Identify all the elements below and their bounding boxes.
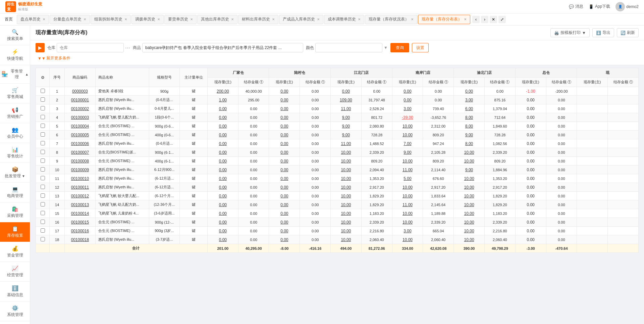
tab-expand-btn[interactable]: ⤢ <box>498 16 506 23</box>
row-checkbox[interactable] <box>36 148 50 157</box>
row-checkbox[interactable] <box>36 218 50 227</box>
sidebar-item-enterprise-collab[interactable]: 🤝 企业协同 <box>0 321 30 324</box>
close-icon[interactable]: ✕ <box>84 17 86 21</box>
refresh-btn[interactable]: 🔄 刷新 <box>617 28 639 37</box>
row-t-amt: 0.00 <box>546 131 577 139</box>
row-checkbox[interactable] <box>36 131 50 139</box>
tab-stock-status[interactable]: 现存量（库存状况表） ✕ <box>365 15 417 24</box>
row-yb-stock: 8.00 <box>454 113 485 122</box>
close-icon[interactable]: ✕ <box>358 17 361 21</box>
row-t-stock: 0.00 <box>515 166 546 174</box>
sidebar-item-retail-mall[interactable]: 🛒 零售商城 <box>0 84 30 103</box>
warehouse-label: 仓库 <box>47 45 55 51</box>
settings-gear-icon[interactable]: ⚙ <box>41 75 45 80</box>
tab-product-in[interactable]: 产成品入库单历史 ✕ <box>279 15 323 24</box>
sidebar-item-search[interactable]: 🔍 搜索英单 <box>0 26 30 45</box>
row-extra1 <box>577 113 608 122</box>
row-num: 14 <box>50 200 65 209</box>
total-jb-stock: 494.00 <box>331 244 362 253</box>
total-yb-amt: 49,798.29 <box>484 244 515 253</box>
row-checkbox[interactable] <box>36 87 50 96</box>
row-checkbox[interactable] <box>36 104 50 113</box>
tab-close-all-btn[interactable]: ✕ <box>490 16 497 23</box>
sidebar-item-inventory[interactable]: 📋 库存核算 <box>0 222 30 242</box>
warehouse-ellipsis[interactable]: ··· <box>125 44 130 51</box>
sidebar-item-marketing[interactable]: 📢 营销推广 <box>0 103 30 123</box>
tab-inventory-record[interactable]: 盘点单历史 ✕ <box>17 15 49 24</box>
row-checkbox[interactable] <box>36 200 50 209</box>
tab-next-btn[interactable]: › <box>481 16 488 23</box>
tab-branch-inventory[interactable]: 分量盘点单历史 ✕ <box>50 15 90 24</box>
row-spec: 900g (3岁... <box>149 227 180 235</box>
app-download-btn[interactable]: 📱 App下载 <box>589 4 610 9</box>
close-icon[interactable]: ✕ <box>157 17 160 21</box>
tab-home[interactable]: 首页 <box>1 15 16 24</box>
row-checkbox[interactable] <box>36 113 50 122</box>
tab-requisition[interactable]: 要货单历史 ✕ <box>164 15 197 24</box>
collapse-btn[interactable]: ▶ <box>36 43 45 52</box>
row-num: 13 <box>50 192 65 200</box>
sidebar-item-basic-info[interactable]: ℹ️ 基础信息 <box>0 282 30 302</box>
sidebar-item-shortcut[interactable]: ⚡ 快捷导航 <box>0 45 30 65</box>
sidebar-item-finance[interactable]: 💰 资金管理 <box>0 242 30 262</box>
tab-material-out[interactable]: 材料出库单历史 ✕ <box>238 15 278 24</box>
query-btn[interactable]: 查询 <box>390 43 409 52</box>
close-icon[interactable]: ✕ <box>272 17 275 21</box>
row-v-amt: 0.00 <box>300 113 331 122</box>
goods-input[interactable] <box>142 43 303 52</box>
sidebar-item-retail-mgmt[interactable]: 🏪 零售管理 ▲ <box>0 65 30 84</box>
row-jb-stock: 10.00 <box>331 192 362 200</box>
row-checkbox[interactable] <box>36 227 50 235</box>
expand-btn[interactable]: ▼▼ 展开更多条件 <box>36 54 639 62</box>
tab-combo-teardown[interactable]: 组装拆卸单历史 ✕ <box>91 15 131 24</box>
filter-row: ▶ 仓库 ··· 商品 babycare孕妇待产包 春季入院全套母子组合孕妇产后… <box>36 43 639 52</box>
row-checkbox[interactable] <box>36 192 50 200</box>
close-icon[interactable]: ✕ <box>190 17 193 21</box>
tab-cost-adjust[interactable]: 成本调整单历史 ✕ <box>324 15 364 24</box>
sidebar-item-member[interactable]: 👥 会员中心 <box>0 123 30 143</box>
row-checkbox[interactable] <box>36 174 50 183</box>
row-checkbox[interactable] <box>36 235 50 244</box>
tab-prev-btn[interactable]: ‹ <box>472 16 480 23</box>
row-yb-stock: 10.00 <box>454 157 485 166</box>
sidebar-item-retail-stats[interactable]: 📊 零售统计 <box>0 143 30 163</box>
row-spec: (3-6岁适用... <box>149 209 180 218</box>
export-btn[interactable]: ⬇️ 导出 <box>592 28 614 37</box>
warehouse-input[interactable] <box>57 43 124 52</box>
close-icon[interactable]: ✕ <box>317 17 320 21</box>
close-icon[interactable]: ✕ <box>231 17 234 21</box>
row-checkbox[interactable] <box>36 209 50 218</box>
color-label: 颜色 <box>306 45 314 51</box>
message-btn[interactable]: 💬 消息 <box>569 4 583 9</box>
tab-other-out[interactable]: 其他出库单历史 ✕ <box>197 15 237 24</box>
row-checkbox[interactable] <box>36 157 50 166</box>
sidebar-item-operations[interactable]: 📈 经营管理 <box>0 262 30 282</box>
settings-btn[interactable]: 设置 <box>412 43 429 52</box>
row-jb-stock: 10.00 <box>331 218 362 227</box>
row-v-stock: 0.00 <box>269 183 300 192</box>
goods-filter: 商品 babycare孕妇待产包 春季入院全套母子组合孕妇产后冬季月子用品 22… <box>133 43 303 52</box>
row-checkbox[interactable] <box>36 122 50 131</box>
row-checkbox[interactable] <box>36 183 50 192</box>
sidebar-item-purchase[interactable]: 🛍️ 采购管理 <box>0 202 30 222</box>
row-yb-stock: 0.00 <box>454 87 485 96</box>
row-checkbox[interactable] <box>36 96 50 104</box>
close-icon[interactable]: ✕ <box>411 17 414 21</box>
tab-transfer[interactable]: 调拨单历史 ✕ <box>131 15 164 24</box>
total-v-amt: -416.16 <box>300 244 331 253</box>
row-checkbox[interactable] <box>36 139 50 148</box>
user-profile[interactable]: 👤 demo2 <box>615 2 639 11</box>
sidebar-item-system[interactable]: ⚙️ 系统管理 <box>0 302 30 321</box>
row-code: 00100002 <box>65 104 96 113</box>
row-checkbox[interactable] <box>36 166 50 174</box>
color-input[interactable] <box>315 43 382 52</box>
tab-stock-dist[interactable]: 现存量（库存分布表） ✕ <box>418 15 470 24</box>
close-icon[interactable]: ✕ <box>464 17 467 21</box>
sidebar-item-ecommerce[interactable]: 💻 电商管理 <box>0 183 30 202</box>
sidebar-item-wholesale[interactable]: 📦 批发管理 ▼ <box>0 163 30 183</box>
print-btn[interactable]: 🖨️ 按模板打印 ▼ <box>550 28 590 37</box>
close-icon[interactable]: ✕ <box>43 17 45 21</box>
close-icon[interactable]: ✕ <box>124 17 127 21</box>
table-row: 17 00100016 合生元 (BIOSTIME) ... 900g (3岁.… <box>36 227 639 235</box>
row-spec: (0-6月适... <box>149 96 180 104</box>
